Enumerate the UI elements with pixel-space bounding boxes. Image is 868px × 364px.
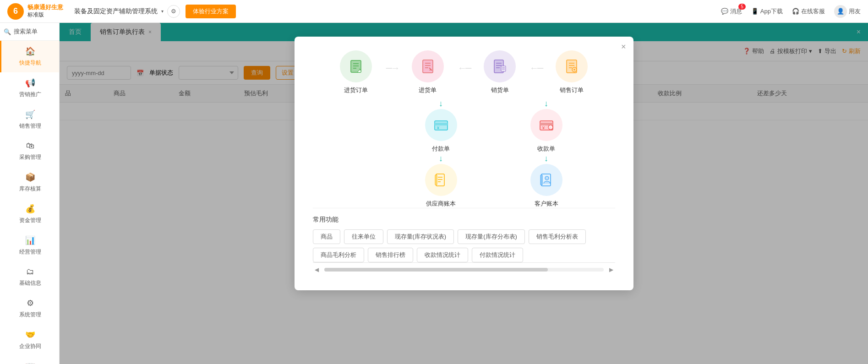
cf-btn-partner[interactable]: 往来单位 <box>344 229 383 244</box>
quick-nav-icon: 🏠 <box>25 46 35 56</box>
cf-btn-receipt-stats[interactable]: 收款情况统计 <box>417 248 468 262</box>
arrow-3: ←- - - <box>530 63 542 82</box>
flow-node-receipt[interactable]: ¥ - 收款单 <box>530 109 562 153</box>
svg-text:-: - <box>549 125 551 130</box>
arrow-down-3: ↓ <box>544 98 548 109</box>
supplier-ledger-label: 供应商账本 <box>426 200 456 208</box>
flow-row-2-container: ↓ ¥ 付款单 ↓ <box>411 98 576 208</box>
cf-btn-sales-profit-analysis[interactable]: 销售毛利分析表 <box>529 229 586 244</box>
top-bar: 6 畅康通好生意 标准版 装备及固定资产辅助管理系统 ▾ ⚙ 体验行业方案 💬 … <box>0 0 868 23</box>
flow-popup: × 进货订单 <box>295 37 633 290</box>
arrow-1: - - -→ <box>386 63 398 82</box>
system-icon: ⚙ <box>27 298 34 308</box>
scroll-thumb <box>324 268 548 272</box>
user-menu-button[interactable]: 👤 用友 <box>834 5 861 18</box>
sidebar-item-label-basic-info: 基础信息 <box>19 279 41 287</box>
message-icon: 💬 <box>721 8 728 15</box>
logo-icon: 6 <box>7 3 24 20</box>
cf-btn-stock-status[interactable]: 现存量(库存状况表) <box>387 229 454 244</box>
payment-circle: ¥ <box>425 109 457 141</box>
scroll-track[interactable] <box>324 268 604 272</box>
operation-icon: 📊 <box>25 235 35 245</box>
cooperation-icon: 🤝 <box>25 330 35 340</box>
svg-point-37 <box>545 176 549 180</box>
flow-node-payment[interactable]: ¥ 付款单 <box>425 109 457 153</box>
sidebar-item-label-quick-nav: 快捷导航 <box>19 59 41 67</box>
sidebar: 🔍 搜索菜单 🏠 快捷导航 📢 营销推广 🛒 销售管理 🛍 采购管理 📦 <box>0 23 60 364</box>
cf-btn-product-profit-analysis[interactable]: 商品毛利分析 <box>313 248 364 262</box>
logo-area: 6 畅康通好生意 标准版 <box>7 3 67 20</box>
sidebar-item-purchase[interactable]: 🛍 采购管理 <box>0 136 59 167</box>
sales-icon: 🛒 <box>25 109 35 120</box>
flow-row-1: 进货订单 - - -→ <box>326 50 601 94</box>
finance-icon: 💰 <box>25 204 35 214</box>
basic-info-icon: 🗂 <box>26 267 34 277</box>
common-functions-title: 常用功能 <box>313 216 615 224</box>
svg-text:¥: ¥ <box>542 125 545 130</box>
purchase-bill-label: 进货单 <box>419 86 437 94</box>
arrow-down-4: ↓ <box>544 153 548 164</box>
purchase-icon: 🛍 <box>26 141 34 151</box>
sidebar-item-sales[interactable]: 🛒 销售管理 <box>0 104 59 136</box>
popup-close-button[interactable]: × <box>621 42 626 52</box>
sidebar-item-label-marketing: 营销推广 <box>19 91 41 98</box>
logo-sub: 标准版 <box>27 11 63 19</box>
inventory-icon: 📦 <box>25 172 35 182</box>
sidebar-item-cooperation[interactable]: 🤝 企业协同 <box>0 324 59 356</box>
flow-node-sale-bill[interactable]: 销货单 <box>484 50 516 94</box>
search-menu-label: 搜索菜单 <box>14 27 38 36</box>
sidebar-item-label-cooperation: 企业协同 <box>19 342 41 350</box>
cf-btn-sales-ranking[interactable]: 销售排行榜 <box>368 248 413 262</box>
svg-rect-36 <box>540 175 542 185</box>
system-title: 装备及固定资产辅助管理系统 ▾ <box>74 7 164 16</box>
app-download-button[interactable]: 📱 App下载 <box>751 7 783 16</box>
customer-ledger-label: 客户账本 <box>535 200 558 208</box>
payment-column: ↓ ¥ 付款单 ↓ <box>411 98 471 208</box>
search-menu-button[interactable]: 🔍 搜索菜单 <box>0 23 59 41</box>
sidebar-item-label-operation: 经营管理 <box>19 248 41 256</box>
system-title-dropdown-icon[interactable]: ▾ <box>161 9 164 14</box>
receipt-label: 收款单 <box>537 145 555 153</box>
search-icon: 🔍 <box>4 28 11 35</box>
flow-node-purchase-order[interactable]: 进货订单 <box>340 50 372 94</box>
svg-text:¥: ¥ <box>437 125 440 130</box>
sale-order-label: 销售订单 <box>560 86 584 94</box>
svg-rect-25 <box>436 174 444 186</box>
scroll-right-button[interactable]: ▶ <box>607 266 615 273</box>
try-button[interactable]: 体验行业方案 <box>186 5 236 18</box>
sidebar-item-guide[interactable]: 📖 新手引导 <box>0 356 59 364</box>
sidebar-item-label-system: 系统管理 <box>19 311 41 319</box>
popup-scroll-area: ◀ ▶ <box>313 262 615 277</box>
flow-node-purchase-bill[interactable]: 进货单 <box>412 50 444 94</box>
sidebar-item-quick-nav[interactable]: 🏠 快捷导航 <box>0 41 59 72</box>
customer-ledger-circle <box>530 164 562 196</box>
sidebar-item-inventory[interactable]: 📦 库存核算 <box>0 167 59 198</box>
download-icon: 📱 <box>751 8 759 15</box>
sidebar-item-basic-info[interactable]: 🗂 基础信息 <box>0 261 59 293</box>
sidebar-item-label-purchase: 采购管理 <box>19 153 41 161</box>
sidebar-item-label-finance: 资金管理 <box>19 217 41 224</box>
scroll-left-button[interactable]: ◀ <box>313 266 321 273</box>
settings-button[interactable]: ⚙ <box>167 5 180 18</box>
svg-rect-12 <box>501 66 506 71</box>
flow-node-customer-ledger[interactable]: 客户账本 <box>530 164 562 208</box>
sidebar-item-operation[interactable]: 📊 经营管理 <box>0 230 59 261</box>
cf-btn-product[interactable]: 商品 <box>313 229 340 244</box>
purchase-order-label: 进货订单 <box>344 86 368 94</box>
common-functions-buttons: 商品 往来单位 现存量(库存状况表) 现存量(库存分布表) 销售毛利分析表 商品… <box>313 229 615 262</box>
message-button[interactable]: 💬 消息 5 <box>721 7 742 16</box>
cf-btn-payment-stats[interactable]: 付款情况统计 <box>472 248 523 262</box>
cf-btn-stock-dist[interactable]: 现存量(库存分布表) <box>458 229 525 244</box>
payment-label: 付款单 <box>432 145 450 153</box>
sidebar-item-system[interactable]: ⚙ 系统管理 <box>0 293 59 324</box>
user-name: 用友 <box>849 7 861 16</box>
flow-node-supplier-ledger[interactable]: 供应商账本 <box>425 164 457 208</box>
sale-bill-circle <box>484 50 516 82</box>
flow-node-sale-order[interactable]: 销售订单 <box>556 50 588 94</box>
sidebar-item-marketing[interactable]: 📢 营销推广 <box>0 72 59 104</box>
arrow-down-1: ↓ <box>439 98 443 109</box>
sidebar-item-finance[interactable]: 💰 资金管理 <box>0 198 59 230</box>
supplier-ledger-circle <box>425 164 457 196</box>
online-service-button[interactable]: 🎧 在线客服 <box>792 7 825 16</box>
svg-rect-26 <box>435 175 437 185</box>
